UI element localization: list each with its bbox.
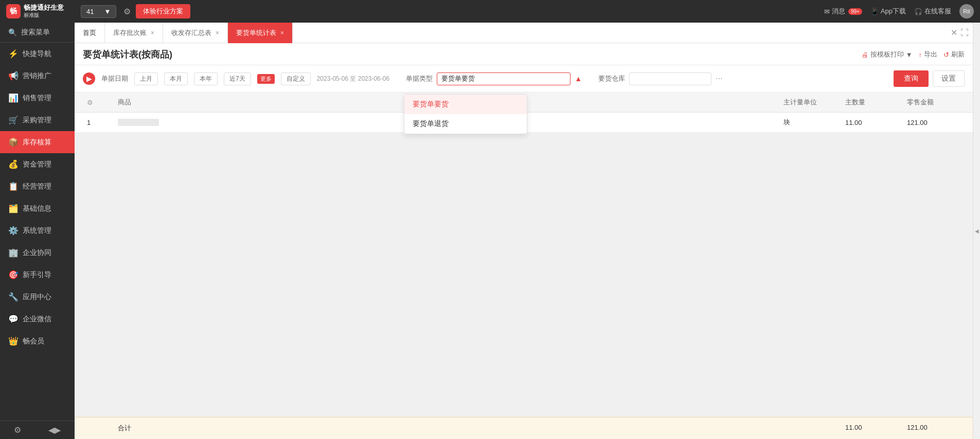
sidebar-item-guide[interactable]: 🎯 新手引导 <box>0 264 75 286</box>
filter-area: ▶ 单据日期 上月 本月 本年 近7天 更多 自定义 2023-05-06 至 … <box>75 65 973 93</box>
sidebar-label-system: 系统管理 <box>23 226 51 235</box>
page-header: 要货单统计表(按商品) 🖨 按模板打印 ▼ ↑ 导出 ↺ 刷新 <box>75 43 973 65</box>
th-amount: 零售金额 <box>903 93 965 112</box>
messages-item[interactable]: ✉ 消息 99+ <box>824 7 862 16</box>
sidebar-collapse-icon[interactable]: ◀▶ <box>48 425 61 435</box>
sidebar-item-operations[interactable]: 📋 经营管理 <box>0 175 75 197</box>
sidebar-item-search[interactable]: 🔍 搜索菜单 <box>0 23 75 43</box>
avatar-text: Rit <box>963 8 970 14</box>
sidebar-item-wechat[interactable]: 💬 企业微信 <box>0 308 75 330</box>
type-label: 单据类型 <box>406 74 433 83</box>
page-title: 要货单统计表(按商品) <box>83 48 172 61</box>
type-chevron-icon[interactable]: ▲ <box>575 75 582 83</box>
th-unit-label: 主计量单位 <box>783 98 817 107</box>
sidebar-item-finance[interactable]: 💰 资金管理 <box>0 153 75 175</box>
sidebar-item-system[interactable]: ⚙️ 系统管理 <box>0 220 75 242</box>
footer-label: 合计 <box>114 417 779 439</box>
dropdown-arrow-icon: ▼ <box>104 8 111 15</box>
sidebar-settings-icon[interactable]: ⚙ <box>14 425 21 435</box>
sidebar-item-inventory[interactable]: 📦 库存核算 <box>0 131 75 153</box>
warehouse-input[interactable] <box>629 72 711 85</box>
date-btn-this-year[interactable]: 本年 <box>194 72 218 85</box>
dropdown-item-requisition-order[interactable]: 要货单要货 <box>404 95 527 114</box>
sidebar-item-sales[interactable]: 📊 销售管理 <box>0 87 75 109</box>
sidebar-label-operations: 经营管理 <box>23 182 51 191</box>
tab-requisition-stats-label: 要货单统计表 <box>236 28 276 38</box>
finance-icon: 💰 <box>8 159 19 169</box>
td-quantity: 11.00 <box>841 113 903 132</box>
tab-home[interactable]: 首页 <box>75 23 105 43</box>
refresh-label: 刷新 <box>951 50 965 59</box>
dropdown-item-requisition-return[interactable]: 要货单退货 <box>404 114 527 134</box>
tab-receipt-summary[interactable]: 收发存汇总表 × <box>163 23 228 43</box>
sidebar-item-appstore[interactable]: 🔧 应用中心 <box>0 286 75 308</box>
sales-icon: 📊 <box>8 93 19 103</box>
scroll-toggle-icon: ◀ <box>974 228 979 234</box>
logo-sub: 标准版 <box>24 12 64 19</box>
print-icon: 🖨 <box>862 51 868 59</box>
filter-type-area: 单据类型 ▲ <box>406 72 582 85</box>
tab-expand-icon[interactable]: ⛶ <box>960 28 969 38</box>
more-dates-btn[interactable]: 更多 <box>257 74 275 84</box>
sidebar-item-basic[interactable]: 🗂️ 基础信息 <box>0 197 75 220</box>
sidebar-item-quick-nav[interactable]: ⚡ 快捷导航 <box>0 43 75 65</box>
td-index: 1 <box>83 113 114 132</box>
logo-area: 畅 畅捷通好生意 标准版 <box>6 4 81 19</box>
sidebar-label-quick-nav: 快捷导航 <box>23 49 51 59</box>
tab-requisition-stats[interactable]: 要货单统计表 × <box>228 23 293 43</box>
filter-right-btns: 查询 设置 <box>894 70 965 87</box>
table-footer: 合计 11.00 121.00 <box>75 417 973 439</box>
tab-receipt-summary-close[interactable]: × <box>216 29 219 36</box>
settings-icon[interactable]: ⚙ <box>123 7 131 16</box>
print-template-btn[interactable]: 🖨 按模板打印 ▼ <box>862 50 913 59</box>
store-selector[interactable]: 41 ▼ <box>81 5 116 18</box>
more-options-icon[interactable]: ··· <box>716 74 722 83</box>
date-btn-7days[interactable]: 近7天 <box>224 72 251 85</box>
th-gear-icon[interactable]: ⚙ <box>87 99 93 106</box>
print-chevron-icon: ▼ <box>906 51 913 59</box>
sidebar-label-basic: 基础信息 <box>23 204 51 213</box>
tab-requisition-stats-close[interactable]: × <box>280 29 284 36</box>
total-amount: 121.00 <box>907 424 928 431</box>
footer-quantity: 11.00 <box>841 417 903 439</box>
print-template-label: 按模板打印 <box>870 50 904 59</box>
online-service-item[interactable]: 🎧 在线客服 <box>914 7 951 16</box>
query-btn[interactable]: 查询 <box>894 70 929 87</box>
sidebar: 🔍 搜索菜单 ⚡ 快捷导航 📢 营销推广 📊 销售管理 🛒 采购管理 📦 库存核… <box>0 23 75 439</box>
scroll-toggle[interactable]: ◀ <box>973 23 980 439</box>
sidebar-item-member[interactable]: 👑 畅会员 <box>0 330 75 352</box>
app-icon: 📱 <box>870 8 879 15</box>
date-btn-this-month[interactable]: 本月 <box>164 72 188 85</box>
export-btn[interactable]: ↑ 导出 <box>919 50 938 59</box>
content-area: 首页 库存批次账 × 收发存汇总表 × 要货单统计表 × ✕ ⛶ 要 <box>75 23 973 439</box>
app-download-item[interactable]: 📱 App下载 <box>870 7 906 16</box>
system-icon: ⚙️ <box>8 226 19 235</box>
message-icon: ✉ <box>824 8 830 15</box>
type-input[interactable] <box>437 72 571 85</box>
tab-close-all-icon[interactable]: ✕ <box>951 28 957 38</box>
sidebar-item-enterprise[interactable]: 🏢 企业协同 <box>0 242 75 264</box>
sidebar-item-purchase[interactable]: 🛒 采购管理 <box>0 109 75 131</box>
setting-btn[interactable]: 设置 <box>933 70 965 87</box>
th-amount-label: 零售金额 <box>907 98 934 107</box>
tab-batch-inventory-label: 库存批次账 <box>113 28 147 38</box>
filter-expand-btn[interactable]: ▶ <box>83 72 95 85</box>
amount-value: 121.00 <box>907 119 928 126</box>
export-icon: ↑ <box>919 51 922 59</box>
dropdown-item-requisition-order-label: 要货单要货 <box>413 100 449 108</box>
footer-index <box>83 417 114 439</box>
tab-batch-inventory-close[interactable]: × <box>151 29 154 36</box>
custom-date-btn[interactable]: 自定义 <box>281 72 311 85</box>
date-btn-last-month[interactable]: 上月 <box>134 72 158 85</box>
sidebar-label-marketing: 营销推广 <box>23 71 51 81</box>
refresh-btn[interactable]: ↺ 刷新 <box>943 50 965 59</box>
sidebar-label-appstore: 应用中心 <box>23 292 51 302</box>
tab-batch-inventory[interactable]: 库存批次账 × <box>105 23 163 43</box>
refresh-icon: ↺ <box>943 51 949 59</box>
sidebar-item-marketing[interactable]: 📢 营销推广 <box>0 65 75 87</box>
avatar[interactable]: Rit <box>959 4 974 19</box>
member-icon: 👑 <box>8 336 19 346</box>
industry-button[interactable]: 体验行业方案 <box>136 4 190 19</box>
logo-text: 畅捷通好生意 <box>24 4 64 12</box>
date-label: 单据日期 <box>101 74 128 83</box>
